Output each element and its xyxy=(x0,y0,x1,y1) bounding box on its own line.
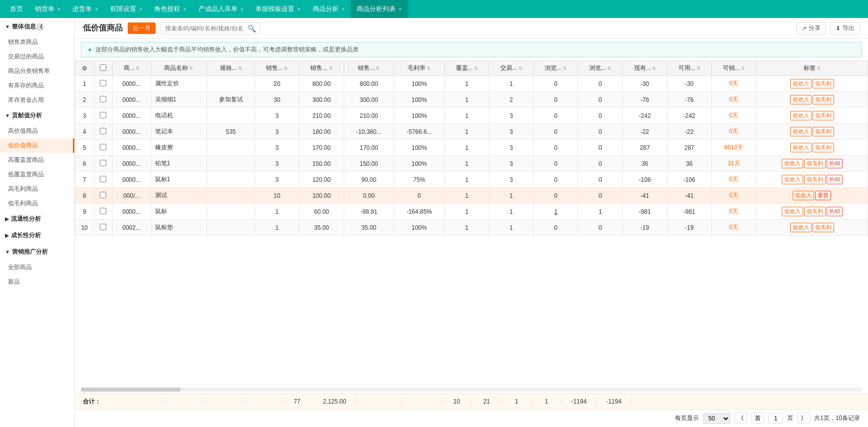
row-checkbox[interactable] xyxy=(94,204,112,220)
sidebar-item-high-value[interactable]: 高价值商品 xyxy=(0,124,74,138)
first-page-btn[interactable]: 《 xyxy=(734,413,747,424)
export-button[interactable]: ⬇ 导出 xyxy=(830,22,860,34)
nav-purchase[interactable]: 进货单 × xyxy=(66,0,104,18)
close-icon[interactable]: × xyxy=(95,6,98,12)
next-page-btn[interactable]: 》 xyxy=(797,413,810,424)
table-container[interactable]: ⚙ 商...⇅ 商品名称⇅ 规格...⇅ 销售...⇅ 销售...⇅ 销售...… xyxy=(75,60,868,388)
search-button[interactable]: 🔍 xyxy=(247,24,256,32)
row-checkbox[interactable] xyxy=(94,76,112,92)
col-cover-header[interactable]: 覆盖...⇅ xyxy=(444,61,489,76)
view-link[interactable]: 1 xyxy=(554,208,558,215)
sidebar-item-stock-capital[interactable]: 库存资金占用 xyxy=(0,93,74,107)
nav-permission[interactable]: 权限设置 × xyxy=(104,0,148,18)
col-tags-header[interactable]: 标签⇅ xyxy=(756,61,868,76)
row-view1[interactable]: 0 xyxy=(534,172,578,188)
sidebar-item-sales-goods[interactable]: 销售类商品 xyxy=(0,35,74,49)
row-checkbox[interactable] xyxy=(94,188,112,204)
close-icon[interactable]: × xyxy=(399,6,402,12)
row-check[interactable] xyxy=(100,112,106,118)
nav-template[interactable]: 单据模板设置 × xyxy=(249,0,306,18)
col-amt1-header[interactable]: 销售...⇅ xyxy=(299,61,344,76)
col-trade-header[interactable]: 交易...⇅ xyxy=(489,61,533,76)
sidebar-item-high-cover[interactable]: 高覆盖度商品 xyxy=(0,153,74,167)
sidebar-item-low-value[interactable]: 低价值商品 xyxy=(0,138,74,153)
row-check[interactable] xyxy=(100,80,106,86)
row-checkbox[interactable] xyxy=(94,92,112,108)
share-button[interactable]: ↗ 分享 xyxy=(796,22,826,34)
row-check[interactable] xyxy=(100,96,106,102)
col-days-header[interactable]: 可销...⇅ xyxy=(711,61,756,76)
row-check[interactable] xyxy=(100,176,106,182)
row-check[interactable] xyxy=(100,128,106,134)
row-view1[interactable]: 0 xyxy=(534,188,578,204)
row-cover: 1 xyxy=(444,124,489,140)
col-view1-header[interactable]: 浏览...⇅ xyxy=(534,61,578,76)
footer-empty2 xyxy=(163,397,203,406)
col-profit-header[interactable]: 毛利率⇅ xyxy=(394,61,445,76)
row-checkbox[interactable] xyxy=(94,220,112,236)
row-check[interactable] xyxy=(100,192,106,198)
sidebar-item-stock-goods[interactable]: 有库存的商品 xyxy=(0,78,74,93)
row-view1[interactable]: 0 xyxy=(534,108,578,124)
nav-product-in[interactable]: 产成品入库单 × xyxy=(193,0,249,18)
col-view2-header[interactable]: 浏览...⇅ xyxy=(578,61,623,76)
row-view1[interactable]: 0 xyxy=(534,220,578,236)
col-amt2-header[interactable]: 销售...⇅ xyxy=(344,61,394,76)
row-view1[interactable]: 0 xyxy=(534,124,578,140)
close-icon[interactable]: × xyxy=(57,6,60,12)
row-view1[interactable]: 0 xyxy=(534,92,578,108)
sidebar-group-overall[interactable]: ▼ 整体信息 《 xyxy=(0,18,74,35)
row-view1[interactable]: 0 xyxy=(534,140,578,156)
sidebar-group-growth[interactable]: ▶ 成长性分析 xyxy=(0,227,74,244)
scrollbar-thumb[interactable] xyxy=(81,388,181,392)
close-icon[interactable]: × xyxy=(183,6,186,12)
close-icon[interactable]: × xyxy=(342,6,345,12)
row-view1[interactable]: 0 xyxy=(534,76,578,92)
select-all-checkbox[interactable] xyxy=(100,64,106,71)
sidebar-item-high-profit[interactable]: 高毛利商品 xyxy=(0,182,74,196)
nav-goods-list[interactable]: 商品分析列表 × xyxy=(351,0,408,18)
sidebar-item-low-profit[interactable]: 低毛利商品 xyxy=(0,196,74,211)
nav-sales[interactable]: 销货单 × xyxy=(29,0,66,18)
filter-button[interactable]: 近一月 xyxy=(128,22,156,34)
close-icon[interactable]: × xyxy=(139,6,142,12)
close-icon[interactable]: × xyxy=(240,6,243,12)
col-checkbox[interactable] xyxy=(94,61,112,76)
sidebar-group-marketing[interactable]: ▼ 营销推广分析 xyxy=(0,244,74,260)
row-view1[interactable]: 0 xyxy=(534,156,578,172)
col-settings[interactable]: ⚙ xyxy=(75,61,94,76)
page-number-input[interactable] xyxy=(768,414,783,424)
sidebar-item-low-cover[interactable]: 低覆盖度商品 xyxy=(0,167,74,182)
horizontal-scrollbar[interactable] xyxy=(81,388,862,392)
col-stock1-header[interactable]: 现有...⇅ xyxy=(623,61,667,76)
sidebar-group-flow[interactable]: ▶ 流通性分析 xyxy=(0,211,74,227)
row-checkbox[interactable] xyxy=(94,124,112,140)
row-checkbox[interactable] xyxy=(94,140,112,156)
nav-role[interactable]: 角色授权 × xyxy=(148,0,192,18)
col-qty-header[interactable]: 销售...⇅ xyxy=(255,61,299,76)
col-spec-header[interactable]: 规格...⇅ xyxy=(207,61,255,76)
row-view1[interactable]: 1 xyxy=(534,204,578,220)
row-check[interactable] xyxy=(100,208,106,214)
row-check[interactable] xyxy=(100,144,106,150)
sidebar-item-new-goods[interactable]: 新品 xyxy=(0,275,74,289)
nav-goods-analysis[interactable]: 商品分析 × xyxy=(307,0,351,18)
col-stock2-header[interactable]: 可用...⇅ xyxy=(667,61,711,76)
sidebar-group-contribution[interactable]: ▼ 贡献值分析 xyxy=(0,107,74,124)
row-check[interactable] xyxy=(100,224,106,230)
col-name-header[interactable]: 商品名称⇅ xyxy=(151,61,207,76)
col-code-header[interactable]: 商...⇅ xyxy=(112,61,151,76)
prev-page-btn[interactable]: 首 xyxy=(751,413,764,424)
search-input[interactable] xyxy=(161,22,260,34)
collapse-btn[interactable]: 《 xyxy=(36,23,44,31)
row-checkbox[interactable] xyxy=(94,156,112,172)
nav-home[interactable]: 首页 xyxy=(4,0,29,18)
row-checkbox[interactable] xyxy=(94,108,112,124)
row-check[interactable] xyxy=(100,160,106,166)
sidebar-item-all-goods[interactable]: 全部商品 xyxy=(0,260,74,275)
sidebar-item-category-sales[interactable]: 商品分类销售率 xyxy=(0,64,74,78)
sidebar-item-traded-goods[interactable]: 交易过的商品 xyxy=(0,49,74,64)
close-icon[interactable]: × xyxy=(297,6,300,12)
page-size-select[interactable]: 50 100 xyxy=(703,413,730,424)
row-checkbox[interactable] xyxy=(94,172,112,188)
